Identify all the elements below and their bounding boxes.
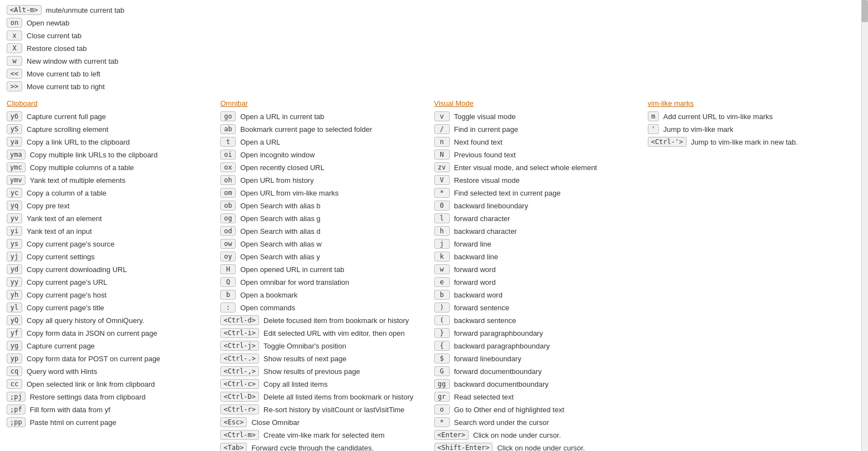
col-desc: Jump to vim-like mark in new tab.: [691, 138, 798, 146]
col-row: ySCapture scrolling element: [7, 124, 215, 135]
col-row: abBookmark current page to selected fold…: [220, 124, 428, 135]
col-desc: Forward cycle through the candidates.: [251, 444, 373, 452]
visual-mode-rows: vToggle visual mode/Find in current page…: [434, 111, 642, 451]
col-desc: Close Omnibar: [251, 418, 300, 427]
key-badge: w: [434, 264, 450, 274]
key-badge: ys: [7, 239, 22, 249]
col-row: ;pjRestore settings data from clipboard: [7, 391, 215, 402]
col-row: ggbackward documentboundary: [434, 378, 642, 390]
col-row: nNext found text: [434, 136, 642, 147]
col-row: lforward character: [434, 213, 642, 224]
col-row: ogOpen Search with alias g: [220, 213, 428, 224]
col-row: yvYank text of an element: [7, 213, 215, 224]
key-badge: yi: [7, 226, 22, 236]
col-row: <Ctrl-,>Show results of previous page: [220, 366, 428, 377]
key-badge: ;pj: [7, 392, 26, 402]
col-desc: Bookmark current page to selected folder: [240, 125, 372, 134]
visual-mode-column: Visual Mode vToggle visual mode/Find in …: [434, 99, 648, 451]
col-row: vToggle visual mode: [434, 111, 642, 122]
key-badge: e: [434, 277, 450, 287]
key-badge: <Ctrl-c>: [220, 379, 259, 389]
col-desc: Open a URL: [240, 138, 280, 146]
col-row: QOpen omnibar for word translation: [220, 276, 428, 288]
col-desc: Copy current page's title: [27, 304, 104, 312]
key-badge: m: [648, 111, 659, 121]
col-row: bOpen a bookmark: [220, 289, 428, 300]
col-row: kbackward line: [434, 251, 642, 262]
col-desc: Find selected text in current page: [454, 189, 561, 197]
key-badge: k: [434, 252, 450, 262]
key-badge: <Enter>: [434, 430, 469, 440]
omnibar-column: Omnibar goOpen a URL in current tababBoo…: [220, 99, 434, 451]
key-badge: V: [434, 175, 450, 185]
col-row: ymcCopy multiple columns of a table: [7, 162, 215, 173]
col-desc: Capture current page: [27, 342, 95, 350]
col-row: /Find in current page: [434, 124, 642, 135]
col-desc: Click on node under cursor.: [473, 431, 561, 439]
key-badge: yh: [7, 290, 22, 300]
key-badge: yc: [7, 188, 22, 198]
shortcut-desc: mute/unmute current tab: [46, 6, 125, 14]
col-row: Gforward documentboundary: [434, 366, 642, 377]
col-row: ycCopy a column of a table: [7, 187, 215, 198]
key-badge: gr: [434, 392, 450, 402]
col-row: oyOpen Search with alias y: [220, 251, 428, 262]
col-desc: Restore visual mode: [454, 176, 520, 184]
col-desc: Yank text of an element: [27, 214, 102, 223]
key-badge: yv: [7, 213, 22, 223]
shortcut-desc: Open newtab: [27, 19, 69, 27]
clipboard-rows: yбCapture current full pageySCapture scr…: [7, 111, 215, 428]
col-desc: Open URL from vim-like marks: [240, 189, 338, 197]
key-badge: <Ctrl-i>: [220, 328, 259, 338]
clipboard-header[interactable]: Clipboard: [7, 99, 215, 107]
key-badge: ox: [220, 162, 236, 172]
col-row: yyCopy current page's URL: [7, 276, 215, 288]
key-badge: cq: [7, 366, 22, 376]
top-shortcut-row: XRestore closed tab: [7, 43, 861, 54]
col-row: owOpen Search with alias w: [220, 238, 428, 249]
col-desc: Paste html on current page: [30, 418, 116, 427]
col-row: ydCopy current downloading URL: [7, 264, 215, 275]
col-desc: backward word: [454, 291, 502, 299]
col-desc: Open a URL in current tab: [240, 112, 324, 121]
col-desc: Open Search with alias b: [240, 202, 321, 210]
col-row: {backward paragraphboundary: [434, 340, 642, 351]
col-row: ymvYank text of multiple elements: [7, 175, 215, 186]
col-desc: forward documentboundary: [454, 367, 542, 376]
key-badge: ): [434, 303, 450, 312]
key-badge: yma: [7, 150, 26, 160]
omnibar-header[interactable]: Omnibar: [220, 99, 428, 107]
shortcut-desc: Move current tab to left: [27, 70, 100, 78]
col-desc: Open opened URL in current tab: [240, 265, 344, 274]
scrollbar[interactable]: [861, 0, 868, 451]
key-badge: <<: [7, 69, 22, 79]
col-row: ygCapture current page: [7, 340, 215, 351]
key-badge: oy: [220, 252, 236, 262]
columns-section: Clipboard yбCapture current full pageySC…: [7, 99, 861, 451]
key-badge: on: [7, 18, 22, 28]
col-desc: Copy current downloading URL: [27, 265, 127, 274]
top-shortcut-row: <Alt-m>mute/unmute current tab: [7, 4, 861, 16]
scrollbar-thumb[interactable]: [861, 0, 868, 22]
visual-mode-header[interactable]: Visual Mode: [434, 99, 642, 107]
col-desc: forward character: [454, 214, 510, 223]
key-badge: <Ctrl-D>: [220, 392, 259, 402]
col-row: ccOpen selected link or link from clipbo…: [7, 378, 215, 390]
col-row: VRestore visual mode: [434, 175, 642, 186]
key-badge: $: [434, 353, 450, 363]
col-row: <Esc>Close Omnibar: [220, 417, 428, 428]
col-desc: Go to Other end of highlighted text: [454, 406, 565, 414]
col-row: *Find selected text in current page: [434, 187, 642, 198]
key-badge: j: [434, 239, 450, 249]
col-row: *Search word under the cursor: [434, 417, 642, 428]
key-badge: yg: [7, 341, 22, 351]
key-badge: yd: [7, 264, 22, 274]
vim-marks-header[interactable]: vim-like marks: [648, 99, 856, 107]
key-badge: ow: [220, 239, 236, 249]
col-row: )forward sentence: [434, 302, 642, 313]
key-badge: yj: [7, 252, 22, 262]
key-badge: ymc: [7, 162, 26, 172]
col-row: yiYank text of an input: [7, 226, 215, 237]
col-row: yqCopy pre text: [7, 200, 215, 211]
col-desc: backward lineboundary: [454, 202, 529, 210]
